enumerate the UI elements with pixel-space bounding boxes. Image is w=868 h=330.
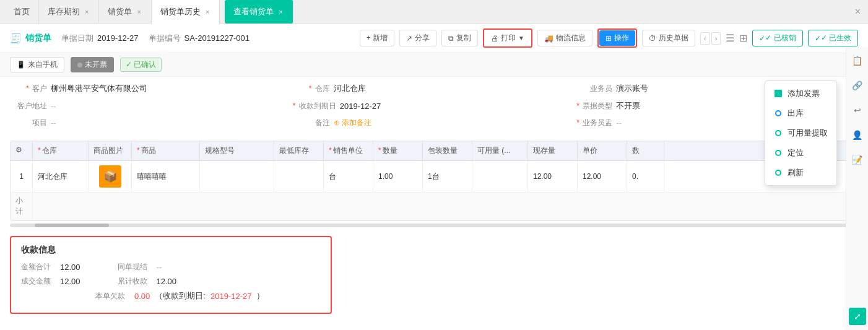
row-avail (472, 161, 528, 192)
doc-title: 🧾 销货单 (10, 33, 51, 44)
row-min-stock (274, 161, 324, 192)
doc-number-meta: 单据编号 SA-20191227-001 (149, 33, 250, 44)
add-note-button[interactable]: ⊕ 添加备注 (334, 118, 371, 128)
window-close-btn[interactable]: × (855, 6, 863, 17)
doc-type-label: 销货单 (25, 33, 51, 44)
view-toggle-grid[interactable]: ⊞ (739, 32, 747, 44)
ticket-label: * 票据类型 (575, 101, 612, 111)
col-unit-header: *销售单位 (324, 141, 373, 160)
col-price-header: 单价 (578, 141, 627, 160)
refresh-item[interactable]: 刷新 (765, 163, 836, 183)
sidebar-expand-icon[interactable]: ⤢ (849, 308, 866, 325)
doc-type-icon: 🧾 (10, 33, 22, 44)
view-toggle-list[interactable]: ☰ (726, 32, 734, 44)
due-note-end: ） (256, 290, 264, 302)
cumulative-label: 累计收款 (118, 276, 152, 287)
col-stock-header: 现存量 (528, 141, 578, 160)
form-row-3: 项目 -- 备注 ⊕ 添加备注 * 业务员盂 -- (10, 118, 858, 128)
total-value: 12.00 (60, 263, 80, 272)
doc-header: 🧾 销货单 单据日期 2019-12-27 单据编号 SA-20191227-0… (0, 24, 868, 53)
outbound-item[interactable]: 出库 (765, 103, 836, 123)
note-label: 备注 (293, 118, 330, 128)
due-value: 0.00 (134, 292, 150, 301)
business-person-label: * 业务员盂 (575, 118, 612, 128)
sub-total-row: 小计 (11, 193, 857, 220)
form-section: * 客户 柳州粤港平安气体有限公司 * 仓库 河北仓库 业务员 演示账号 (0, 77, 868, 141)
not-open-ticket-button[interactable]: 未开票 (71, 57, 114, 72)
col-min-stock-header: 最低库存 (274, 141, 324, 160)
scroll-thumb[interactable] (35, 224, 109, 227)
total-amount-item: 金额合计 12.00 (21, 262, 80, 272)
sidebar-clipboard-icon[interactable]: 📋 (849, 52, 866, 69)
row-spec (200, 161, 274, 192)
available-extract-item[interactable]: 可用量提取 (765, 123, 836, 143)
available-extract-icon (774, 129, 783, 137)
sidebar-return-icon[interactable]: ↩ (849, 102, 866, 119)
print-dropdown-arrow: ▼ (518, 35, 524, 41)
sidebar-link-icon[interactable]: 🔗 (849, 77, 866, 94)
deal-label: 成交金额 (21, 276, 55, 287)
due-label: 本单欠款 (95, 291, 129, 302)
tab-close-inventory[interactable]: × (84, 7, 90, 17)
cumulative-value: 12.00 (157, 277, 177, 286)
bottom-section: 收款信息 金额合计 12.00 同单现结 -- 成交金额 12.00 (0, 230, 868, 320)
col-pack-header: 包装数量 (423, 141, 472, 160)
share-button[interactable]: ↗ 分享 (399, 30, 436, 46)
tab-sales[interactable]: 销货单 × (99, 0, 151, 24)
tab-close-sales[interactable]: × (136, 7, 142, 17)
doc-date-meta: 单据日期 2019-12-27 (61, 33, 139, 44)
scroll-bar-area[interactable] (10, 224, 858, 227)
deal-value: 12.00 (60, 277, 80, 286)
tab-inventory[interactable]: 库存期初 × (39, 0, 99, 24)
nav-arrows: ‹ › (700, 32, 721, 45)
plus-note-icon: ⊕ (334, 118, 340, 127)
tab-sales-history[interactable]: 销货单历史 × (152, 0, 220, 24)
note-field: 备注 ⊕ 添加备注 (293, 118, 576, 128)
sub-total-empty (33, 193, 857, 220)
tab-view-sales[interactable]: 查看销货单 × (225, 0, 293, 24)
payment-info-box: 收款信息 金额合计 12.00 同单现结 -- 成交金额 12.00 (10, 236, 332, 314)
logistics-button[interactable]: 🚚 物流信息 (537, 30, 592, 46)
cancel-sale-button[interactable]: ✓ ✓ 已核销 (752, 30, 802, 46)
tab-bar: 首页 库存期初 × 销货单 × 销货单历史 × 查看销货单 × × (0, 0, 868, 24)
tab-close-view[interactable]: × (277, 7, 284, 17)
locate-item[interactable]: 定位 (765, 143, 836, 163)
number-value: SA-20191227-001 (184, 33, 250, 43)
main-content: 🧾 销货单 单据日期 2019-12-27 单据编号 SA-20191227-0… (0, 24, 868, 330)
due-date: 2019-12-27 (210, 292, 252, 301)
same-order-item: 同单现结 -- (118, 262, 162, 272)
print-button[interactable]: 🖨 打印 ▼ (485, 30, 531, 46)
table-row[interactable]: 1 河北仓库 📦 嘻嘻嘻嘻 台 1.00 1台 12.00 12.00 0. (11, 161, 857, 193)
sidebar-user-icon[interactable]: 👤 (849, 126, 866, 144)
history-icon: ⏱ (649, 34, 656, 43)
locate-icon (774, 149, 783, 157)
sidebar-note-icon[interactable]: 📝 (849, 151, 866, 168)
row-img: 📦 (89, 161, 132, 192)
customer-label: * 客户 (10, 84, 47, 94)
payment-row-3: 本单欠款 0.00 （收款到期日: 2019-12-27 ） (21, 290, 321, 302)
new-button[interactable]: + 新增 (360, 30, 394, 46)
product-table: ⚙ *仓库 商品图片 *商品 规格型号 最低库存 *销售单位 *数量 包装数量 (10, 141, 858, 221)
copy-button[interactable]: ⧉ 复制 (441, 30, 478, 46)
prev-arrow[interactable]: ‹ (700, 32, 710, 45)
history-button[interactable]: ⏱ 历史单据 (642, 30, 695, 46)
tab-close-history[interactable]: × (204, 7, 210, 17)
row-product: 嘻嘻嘻嘻 (132, 161, 200, 192)
settings-icon: ⚙ (15, 145, 22, 154)
add-invoice-item[interactable]: 添加发票 (765, 84, 836, 103)
row-warehouse: 河北仓库 (33, 161, 89, 192)
customer-value: 柳州粤港平安气体有限公司 (51, 83, 293, 94)
effective-button[interactable]: ✓ ✓ 已生效 (808, 30, 858, 46)
product-image: 📦 (99, 165, 121, 188)
next-arrow[interactable]: › (711, 32, 721, 45)
due-item: 本单欠款 0.00 （收款到期日: 2019-12-27 ） (21, 290, 264, 302)
total-label: 金额合计 (21, 262, 55, 272)
copy-icon: ⧉ (448, 34, 454, 43)
tab-home[interactable]: 首页 (5, 0, 39, 24)
check-confirmed-icon: ✓ (126, 60, 132, 69)
from-phone-button[interactable]: 📱 来自手机 (10, 57, 64, 72)
project-value: -- (51, 118, 293, 128)
address-label: 客户地址 (10, 101, 47, 111)
add-invoice-icon (774, 89, 783, 98)
operate-button[interactable]: ⊞ 操作 (599, 30, 635, 46)
